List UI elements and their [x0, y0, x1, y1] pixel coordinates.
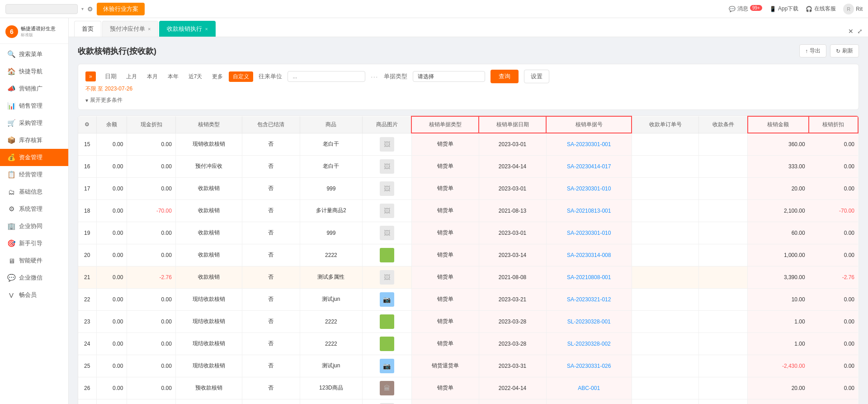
- date-pill-custom[interactable]: 自定义: [229, 71, 253, 82]
- tab-receipt[interactable]: 收款核销执行 ×: [159, 21, 215, 37]
- chevron-down-icon: ▾: [81, 6, 84, 11]
- cell-write-off-number[interactable]: SA-20210813-001: [546, 200, 632, 222]
- close-icon[interactable]: ×: [205, 26, 208, 32]
- cell-write-off-amount: 3,390.00: [748, 266, 809, 288]
- message-item[interactable]: 💬 消息 99+: [729, 5, 762, 13]
- cell-write-off-number[interactable]: SA-20230301-001: [546, 133, 632, 155]
- sidebar-item-label: 智能硬件: [19, 257, 42, 265]
- wechat-icon: 💬: [7, 274, 15, 282]
- cell-receipt-condition: [699, 177, 748, 200]
- voucher-type-select[interactable]: 请选择 销货单 销货退货单: [413, 71, 485, 82]
- cell-write-off-type: 现结收款核销: [175, 333, 242, 355]
- date-pill-more[interactable]: 更多: [208, 71, 227, 82]
- sidebar-item-member[interactable]: V 畅会员: [0, 286, 68, 304]
- cell-write-off-number[interactable]: SA-20230314-008: [546, 244, 632, 266]
- tab-prepay[interactable]: 预付冲应付单 ×: [102, 21, 158, 37]
- date-pill-this-year[interactable]: 本年: [164, 71, 183, 82]
- sidebar: 6 畅捷通谱好生意 标准版 🔍 搜索菜单 🏠 快捷导航 📣 营销推广 📊 销售管…: [0, 18, 69, 404]
- cell-receipt-condition: [699, 377, 748, 399]
- cell-write-off-date: 2023-03-01: [479, 133, 546, 155]
- sidebar-item-system[interactable]: ⚙ 系统管理: [0, 200, 68, 218]
- cell-cash-discount: 0.00: [127, 355, 176, 377]
- query-button[interactable]: 查询: [491, 70, 519, 83]
- collapse-filter-button[interactable]: »: [85, 71, 96, 81]
- date-pill-7days[interactable]: 近7天: [184, 71, 207, 82]
- maximize-button[interactable]: ⤢: [857, 28, 863, 35]
- sidebar-item-quick-nav[interactable]: 🏠 快捷导航: [0, 63, 68, 80]
- cell-balance: 0.00: [96, 177, 127, 200]
- sidebar-item-label: 畅会员: [19, 291, 37, 299]
- counterparty-input[interactable]: [288, 71, 365, 82]
- col-include-settled: 包含已结清: [242, 116, 300, 133]
- col-settings[interactable]: ⚙: [78, 116, 96, 133]
- member-icon: V: [7, 291, 15, 299]
- cell-include-settled: 否: [242, 333, 300, 355]
- cell-goods: 123D商品: [300, 377, 363, 399]
- table-row: 250.000.00现结收款核销否测试jun📷销货退货单2023-03-31SA…: [78, 355, 858, 377]
- cell-balance: 0.00: [96, 355, 127, 377]
- date-pill-last-month[interactable]: 上月: [122, 71, 141, 82]
- sidebar-item-search[interactable]: 🔍 搜索菜单: [0, 46, 68, 63]
- table-row: 160.000.00预付冲应收否老白干🖼销货单2023-04-14SA-2023…: [78, 155, 858, 177]
- cell-goods: 测试jun: [300, 288, 363, 310]
- cell-write-off-number[interactable]: SA-20230414-017: [546, 155, 632, 177]
- export-button[interactable]: ↑ 导出: [799, 44, 826, 57]
- sidebar-item-basic[interactable]: 🗂 基础信息: [0, 183, 68, 200]
- tab-bar-actions: ✕ ⤢: [848, 28, 863, 37]
- industry-button[interactable]: 休验行业方案: [97, 3, 145, 15]
- gear-icon[interactable]: ⚙: [87, 5, 93, 13]
- cell-write-off-number[interactable]: SA-20230321-012: [546, 288, 632, 310]
- cell-goods-image: 🖼: [363, 399, 411, 404]
- cell-write-off-number[interactable]: SA-20230331-026: [546, 355, 632, 377]
- sidebar-item-inventory[interactable]: 📦 库存核算: [0, 132, 68, 149]
- app-download-item[interactable]: 📱 App下载: [769, 5, 798, 13]
- cell-write-off-amount: 20.00: [748, 377, 809, 399]
- cell-write-off-date: 2023-03-28: [479, 333, 546, 355]
- sidebar-item-guide[interactable]: 🎯 新手引导: [0, 235, 68, 252]
- cell-write-off-number[interactable]: SA-20210808-001: [546, 266, 632, 288]
- user-label: Rit: [856, 6, 863, 12]
- voucher-type-label: 单据类型: [384, 72, 407, 81]
- cell-write-off-number[interactable]: SA-20230301-010: [546, 222, 632, 244]
- cell-goods: 999: [300, 177, 363, 200]
- sidebar-item-finance[interactable]: 💰 资金管理: [0, 149, 68, 166]
- cell-goods: 测试多属性: [300, 266, 363, 288]
- cell-write-off-number[interactable]: SL-20230408-001: [546, 399, 632, 404]
- user-item[interactable]: R Rit: [843, 4, 863, 14]
- sidebar-item-wechat[interactable]: 💬 企业微信: [0, 269, 68, 286]
- sidebar-item-marketing[interactable]: 📣 营销推广: [0, 80, 68, 97]
- refresh-button[interactable]: ↻ 刷新: [830, 44, 859, 57]
- close-icon[interactable]: ×: [148, 26, 151, 32]
- table-row: 200.000.00收款核销否2222销货单2023-03-14SA-20230…: [78, 244, 858, 266]
- cell-include-settled: 否: [242, 288, 300, 310]
- cell-write-off-discount: -70.00: [809, 200, 858, 222]
- cell-receipt-order-no: [632, 266, 698, 288]
- cell-write-off-discount: 0.00: [809, 399, 858, 404]
- sidebar-item-sales[interactable]: 📊 销售管理: [0, 97, 68, 114]
- cell-write-off-number[interactable]: SL-20230328-002: [546, 333, 632, 355]
- tab-home[interactable]: 首页: [74, 21, 101, 37]
- col-write-off-amount: 核销金额: [748, 116, 809, 133]
- table-wrapper: ⚙ 余额 现金折扣 核销类型 包含已结清 商品 商品图片 核销单据类型 核销单据…: [78, 115, 859, 404]
- online-service-item[interactable]: 🎧 在线客服: [806, 5, 836, 13]
- sidebar-item-hardware[interactable]: 🖥 智能硬件: [0, 252, 68, 269]
- date-pill-this-month[interactable]: 本月: [143, 71, 162, 82]
- breadcrumb-input[interactable]: [5, 4, 78, 14]
- cell-write-off-number[interactable]: SA-20230301-010: [546, 177, 632, 200]
- sidebar-item-enterprise[interactable]: 🏢 企业协同: [0, 218, 68, 235]
- filter-settings-button[interactable]: 设置: [524, 70, 549, 83]
- close-window-button[interactable]: ✕: [848, 28, 854, 35]
- row-number: 23: [78, 310, 96, 333]
- cell-write-off-type: 收款核销: [175, 244, 242, 266]
- expand-more-button[interactable]: ▾ 展开更多条件: [85, 96, 851, 104]
- cell-cash-discount: 0.00: [127, 333, 176, 355]
- sidebar-item-purchase[interactable]: 🛒 采购管理: [0, 114, 68, 132]
- cell-write-off-number[interactable]: SL-20230328-001: [546, 310, 632, 333]
- cell-write-off-number[interactable]: ABC-001: [546, 377, 632, 399]
- cell-cash-discount: 0.00: [127, 310, 176, 333]
- sales-icon: 📊: [7, 102, 15, 110]
- sidebar-item-business[interactable]: 📋 经营管理: [0, 166, 68, 183]
- cell-write-off-amount: -2,430.00: [748, 355, 809, 377]
- page-area: 收款核销执行(按收款) ↑ 导出 ↻ 刷新 » 日期: [69, 37, 868, 404]
- row-number: 18: [78, 200, 96, 222]
